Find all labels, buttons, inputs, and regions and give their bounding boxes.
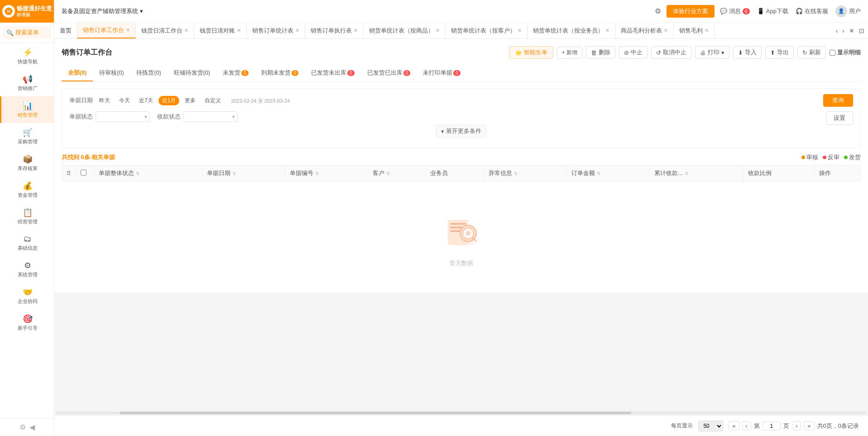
sub-tab-shipped-out[interactable]: 已发货已出库0 — [361, 65, 417, 81]
anti-review-btn[interactable]: 反审 — [823, 153, 839, 161]
sidebar-item-finance[interactable]: 💰 资金管理 — [0, 176, 54, 203]
date-opt-yesterday[interactable]: 昨天 — [96, 96, 114, 105]
search-menu-button[interactable]: 🔍 搜索菜单 — [3, 26, 51, 39]
sidebar-settings-button[interactable]: ⚙ — [19, 423, 26, 431]
tab-sales-profit[interactable]: 销售毛利 ✕ — [674, 23, 715, 38]
col-salesman[interactable]: 业务员 — [425, 166, 484, 181]
online-service-button[interactable]: 🎧 在线客服 — [796, 7, 828, 15]
tab-sales-exec[interactable]: 销售订单执行表 ✕ — [305, 23, 364, 38]
status-select[interactable] — [96, 111, 150, 122]
first-page-button[interactable]: « — [729, 421, 739, 431]
col-date[interactable]: 单据日期 ⇅ — [202, 166, 285, 181]
last-page-button[interactable]: » — [804, 421, 814, 431]
set-button[interactable]: 设置 — [826, 111, 853, 125]
system-title-dropdown[interactable]: 装备及固定资产辅助管理系统 ▾ — [62, 7, 143, 15]
tab-close-sales-exec[interactable]: ✕ — [354, 28, 358, 33]
show-detail-checkbox[interactable] — [830, 50, 835, 56]
tab-prev-button[interactable]: ‹ — [834, 26, 840, 35]
col-collected[interactable]: 累计收款... ⇅ — [650, 166, 743, 181]
sidebar-item-cooperation[interactable]: 🤝 企业协同 — [0, 283, 54, 309]
tab-close-sales-stats-product[interactable]: ✕ — [436, 28, 440, 33]
page-number-input[interactable] — [762, 422, 781, 431]
col-checkbox[interactable] — [76, 166, 94, 181]
tab-close-sales-profit[interactable]: ✕ — [705, 28, 709, 33]
print-button[interactable]: 🖨 打印 ▾ — [695, 46, 729, 59]
date-opt-1month[interactable]: 近1月 — [158, 96, 180, 105]
select-all-checkbox[interactable] — [81, 170, 86, 175]
solution-button[interactable]: 体验行业方案 — [667, 5, 715, 18]
export-button[interactable]: ⬆ 导出 — [765, 46, 794, 59]
smart-generate-button[interactable]: ⭐ 智能生单 — [509, 46, 553, 59]
cancel-stop-button[interactable]: ↺ 取消中止 — [651, 46, 691, 59]
sidebar-item-operation[interactable]: 📋 经营管理 — [0, 203, 54, 230]
sub-tab-shipped-not-out[interactable]: 已发货未出库0 — [305, 65, 361, 81]
col-number[interactable]: 单据编号 ⇅ — [285, 166, 368, 181]
sidebar-item-guide[interactable]: 🎯 新手引导 — [0, 309, 54, 336]
expand-more-button[interactable]: ▾ 展开更多条件 — [436, 125, 486, 137]
col-amount[interactable]: 订单金额 ⇅ — [567, 166, 650, 181]
col-abnormal[interactable]: 异常信息 ⇅ — [484, 166, 567, 181]
payment-select[interactable] — [183, 111, 238, 122]
date-opt-7days[interactable]: 近7天 — [135, 96, 157, 105]
date-opt-more[interactable]: 更多 — [181, 96, 199, 105]
horizontal-scroll-bar[interactable] — [54, 410, 868, 415]
sidebar-item-quick-nav[interactable]: ⚡ 快捷导航 — [0, 43, 54, 70]
tab-close-all-button[interactable]: ✕ — [847, 26, 856, 35]
sub-tab-pending-review[interactable]: 待审核(0) — [93, 65, 130, 81]
prev-page-button[interactable]: ‹ — [742, 421, 751, 431]
show-detail-checkbox-label[interactable]: 显示明细 — [830, 48, 861, 57]
sidebar-item-basic[interactable]: 🗂 基础信息 — [0, 230, 54, 256]
sub-tab-wangpu[interactable]: 旺铺待发货(0) — [168, 65, 216, 81]
tab-sales-stats-customer[interactable]: 销货单统计表（按客户） ✕ — [446, 23, 528, 38]
scroll-thumb[interactable] — [120, 412, 631, 414]
sidebar-item-purchase[interactable]: 🛒 采购管理 — [0, 123, 54, 150]
sidebar-item-inventory[interactable]: 📦 库存核算 — [0, 150, 54, 176]
tab-maximize-button[interactable]: ⊡ — [857, 26, 866, 35]
message-button[interactable]: 💬 消息 6 — [720, 7, 750, 15]
tab-home[interactable]: 首页 — [54, 23, 77, 38]
tab-cash-reconcile[interactable]: 钱货日清对账 ✕ — [194, 23, 247, 38]
import-button[interactable]: ⬇ 导入 — [733, 46, 762, 59]
sidebar-item-system[interactable]: ⚙ 系统管理 — [0, 256, 54, 283]
review-btn[interactable]: 审核 — [801, 153, 818, 161]
col-customer[interactable]: 客户 ⇅ — [368, 166, 425, 181]
tab-close-cash-daily[interactable]: ✕ — [184, 28, 188, 33]
sub-tab-not-printed[interactable]: 未打印单据0 — [417, 65, 467, 81]
date-opt-custom[interactable]: 自定义 — [201, 96, 225, 105]
sidebar-item-marketing[interactable]: 📢 营销推广 — [0, 70, 54, 96]
tab-sales-stats-product[interactable]: 销货单统计表（按商品） ✕ — [364, 23, 446, 38]
add-button[interactable]: + 新增 — [557, 47, 582, 59]
page-actions: ⭐ 智能生单 + 新增 🗑 删除 ⊘ 中止 ↺ 取消中止 — [509, 46, 861, 59]
tab-close-sales-stats[interactable]: ✕ — [295, 28, 299, 33]
tab-close-sales-stats-staff[interactable]: ✕ — [605, 28, 609, 33]
sub-tab-expired[interactable]: 到期未发货0 — [255, 65, 305, 81]
sub-tab-not-shipped[interactable]: 未发货0 — [216, 65, 255, 81]
tab-close-sales-stats-customer[interactable]: ✕ — [518, 28, 522, 33]
sub-tab-all[interactable]: 全部(0) — [62, 65, 93, 81]
delete-button[interactable]: 🗑 删除 — [586, 46, 615, 59]
next-page-button[interactable]: › — [792, 421, 801, 431]
tab-sales-workbench[interactable]: 销售订单工作台 ✕ — [77, 23, 136, 38]
tab-close-cash-reconcile[interactable]: ✕ — [237, 28, 241, 33]
tab-close-gross-margin[interactable]: ✕ — [664, 28, 668, 33]
user-menu[interactable]: 👤 用户 — [835, 5, 861, 17]
sidebar-item-sales[interactable]: 📊 销售管理 — [0, 96, 54, 123]
date-opt-today[interactable]: 今天 — [115, 96, 134, 105]
ship-btn[interactable]: 发货 — [844, 153, 861, 161]
tab-cash-daily[interactable]: 钱货日清工作台 ✕ — [136, 23, 194, 38]
tab-next-button[interactable]: › — [840, 26, 846, 35]
tab-sales-stats[interactable]: 销售订单统计表 ✕ — [247, 23, 305, 38]
tab-gross-margin[interactable]: 商品毛利分析表 ✕ — [615, 23, 674, 38]
query-button[interactable]: 查询 — [823, 94, 853, 107]
tab-close-sales-workbench[interactable]: ✕ — [126, 27, 130, 33]
page-size-select[interactable]: 10 20 50 100 — [698, 421, 723, 431]
col-status[interactable]: 单据整体状态 ⇅ — [94, 166, 202, 181]
refresh-button[interactable]: ↻ 刷新 — [797, 46, 826, 59]
sub-tab-pending-inspect[interactable]: 待拣货(0) — [130, 65, 167, 81]
app-download-button[interactable]: 📱 App下载 — [757, 7, 788, 15]
sidebar-collapse-button[interactable]: ◀ — [29, 423, 35, 431]
col-ratio[interactable]: 收款比例 — [743, 166, 815, 181]
header-settings-button[interactable]: ⚙ — [655, 7, 661, 15]
tab-sales-stats-staff[interactable]: 销货单统计表（按业务员） ✕ — [528, 23, 615, 38]
stop-button[interactable]: ⊘ 中止 — [619, 46, 647, 59]
